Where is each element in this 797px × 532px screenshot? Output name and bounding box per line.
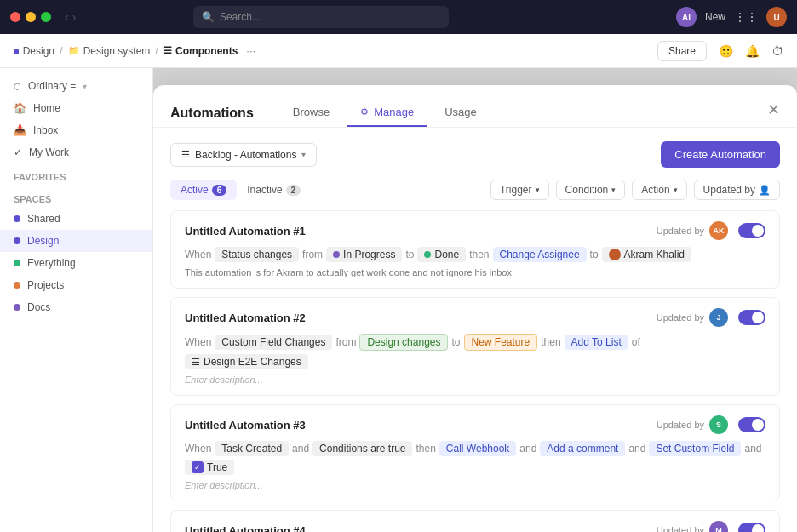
- breadcrumb-design-system[interactable]: 📁 Design system: [68, 45, 151, 57]
- tab-usage[interactable]: Usage: [431, 99, 490, 127]
- rule-to2-1: to: [590, 249, 599, 260]
- rule-then-2: then: [541, 336, 560, 348]
- auto-title-3[interactable]: Untitled Automation #3: [185, 419, 306, 432]
- rule-new-feature-2[interactable]: New Feature: [464, 334, 538, 351]
- sidebar-item-docs[interactable]: Docs: [0, 296, 152, 318]
- close-traffic-light[interactable]: [10, 12, 20, 22]
- bell-icon[interactable]: 🔔: [745, 44, 760, 58]
- rule-design-e2e-2[interactable]: ☰Design E2E Changes: [185, 354, 308, 369]
- rule-add-to-list-2[interactable]: Add To List: [565, 335, 628, 350]
- trigger-chevron: ▾: [536, 186, 540, 194]
- breadcrumb-design[interactable]: ■ Design: [14, 45, 54, 57]
- list-icon-breadcrumb: ☰: [163, 45, 172, 56]
- rule-add-comment-3[interactable]: Add a comment: [540, 441, 625, 456]
- sidebar-item-design[interactable]: Design: [0, 230, 152, 252]
- auto-title-row-2: Untitled Automation #2 Updated by J: [185, 308, 765, 327]
- rule-then-1: then: [469, 249, 489, 260]
- modal-body: ☰ Backlog - Automations ▾ Create Automat…: [153, 128, 797, 532]
- filter-tab-inactive[interactable]: Inactive 2: [237, 180, 311, 200]
- workspace-label: Ordinary =: [28, 80, 76, 92]
- sidebar-label-docs: Docs: [27, 301, 50, 313]
- auto-title-row-4: Untitled Automation #4 Updated by M: [185, 521, 765, 532]
- minimize-traffic-light[interactable]: [26, 12, 36, 22]
- user-avatar-1: AK: [709, 221, 728, 240]
- sidebar-label-mywork: My Work: [29, 146, 69, 158]
- auto-title-4[interactable]: Untitled Automation #4: [185, 524, 306, 533]
- rule-set-custom-3[interactable]: Set Custom Field: [649, 441, 741, 456]
- sidebar-item-mywork[interactable]: ✓ My Work: [0, 141, 152, 163]
- search-placeholder: Search...: [220, 11, 261, 23]
- breadcrumb-more[interactable]: ···: [246, 44, 255, 57]
- tab-manage[interactable]: ⚙ Manage: [347, 99, 427, 127]
- everything-dot: [14, 260, 20, 266]
- sidebar-item-inbox[interactable]: 📥 Inbox: [0, 119, 152, 141]
- rule-call-webhook-3[interactable]: Call Webhook: [439, 441, 516, 456]
- sidebar-item-everything[interactable]: Everything: [0, 252, 152, 274]
- condition-filter[interactable]: Condition ▾: [556, 180, 626, 200]
- chevron-icon: ▾: [83, 82, 87, 91]
- search-bar[interactable]: 🔍 Search...: [193, 6, 449, 28]
- breadcrumb-sep-2: /: [155, 44, 158, 57]
- auto-rule-1: When Status changes from In Progress to …: [185, 247, 765, 262]
- rule-to-1: to: [405, 249, 414, 260]
- auto-toggle-2[interactable]: [738, 310, 765, 325]
- ai-badge[interactable]: AI: [676, 7, 697, 27]
- updated-by-filter[interactable]: Updated by 👤: [694, 180, 780, 200]
- manage-icon: ⚙: [360, 106, 369, 117]
- rule-status-changes-1[interactable]: Status changes: [215, 247, 299, 262]
- updated-by-icon: 👤: [759, 185, 771, 196]
- modal-tabs: Browse ⚙ Manage Usage: [279, 99, 490, 127]
- filter-tab-active[interactable]: Active 6: [170, 180, 237, 200]
- new-button[interactable]: New: [705, 11, 725, 23]
- emoji-icon[interactable]: 🙂: [719, 44, 733, 58]
- rule-true-3[interactable]: ✓ True: [185, 460, 234, 475]
- rule-conditions-3[interactable]: Conditions are true: [312, 441, 412, 456]
- auto-toggle-4[interactable]: [738, 523, 765, 532]
- sidebar-item-projects[interactable]: Projects: [0, 274, 152, 296]
- updated-by-text-2: Updated by: [657, 312, 704, 323]
- sidebar-label-shared: Shared: [27, 213, 60, 225]
- top-right-icons: AI New ⋮⋮ U: [676, 7, 787, 27]
- close-icon[interactable]: ✕: [767, 102, 780, 117]
- sidebar-item-home[interactable]: 🏠 Home: [0, 97, 152, 119]
- user-avatar-3: S: [709, 415, 728, 434]
- forward-arrow-icon[interactable]: ›: [72, 10, 77, 24]
- manage-label: Manage: [374, 106, 414, 118]
- rule-design-changes-2[interactable]: Design changes: [359, 334, 448, 351]
- share-button[interactable]: Share: [657, 41, 707, 61]
- auto-title-1[interactable]: Untitled Automation #1: [185, 225, 306, 237]
- rule-change-assignee-1[interactable]: Change Assignee: [493, 247, 587, 262]
- action-filter[interactable]: Action ▾: [632, 180, 686, 200]
- auto-toggle-1[interactable]: [738, 223, 765, 238]
- auto-rule-2: When Custom Field Changes from Design ch…: [185, 334, 765, 369]
- tab-browse[interactable]: Browse: [279, 99, 343, 127]
- workspace-selector[interactable]: ⬡ Ordinary = ▾: [0, 75, 152, 97]
- auto-title-2[interactable]: Untitled Automation #2: [185, 312, 306, 324]
- list-lines-icon: ☰: [181, 149, 190, 160]
- auto-rule-3: When Task Created and Conditions are tru…: [185, 441, 765, 475]
- user-avatar-top[interactable]: U: [766, 7, 787, 27]
- sidebar-item-shared[interactable]: Shared: [0, 208, 152, 230]
- maximize-traffic-light[interactable]: [41, 12, 51, 22]
- back-arrow-icon[interactable]: ‹: [65, 10, 69, 24]
- breadcrumb-sep-1: /: [60, 44, 63, 57]
- inbox-icon: 📥: [14, 124, 26, 136]
- auto-title-row-1: Untitled Automation #1 Updated by AK: [185, 221, 765, 240]
- rule-done-1[interactable]: Done: [417, 247, 466, 262]
- list-selector[interactable]: ☰ Backlog - Automations ▾: [170, 143, 317, 167]
- auto-desc-2: Enter description...: [185, 375, 765, 385]
- rule-task-created-3[interactable]: Task Created: [215, 441, 289, 456]
- rule-in-progress-1[interactable]: In Progress: [326, 247, 402, 262]
- trigger-filter[interactable]: Trigger ▾: [490, 180, 549, 200]
- auto-toggle-3[interactable]: [738, 417, 765, 432]
- clock-icon[interactable]: ⏱: [771, 44, 783, 58]
- active-label: Active: [181, 184, 209, 196]
- rule-custom-field-2[interactable]: Custom Field Changes: [215, 335, 332, 350]
- sidebar-label-everything: Everything: [27, 257, 76, 269]
- rule-akram-1[interactable]: Akram Khalid: [602, 247, 691, 262]
- breadcrumb-components[interactable]: ☰ Components: [163, 45, 238, 57]
- rule-from-2: from: [335, 336, 356, 348]
- create-automation-button[interactable]: Create Automation: [661, 141, 780, 168]
- inactive-badge: 2: [286, 185, 301, 196]
- grid-icon[interactable]: ⋮⋮: [734, 10, 758, 24]
